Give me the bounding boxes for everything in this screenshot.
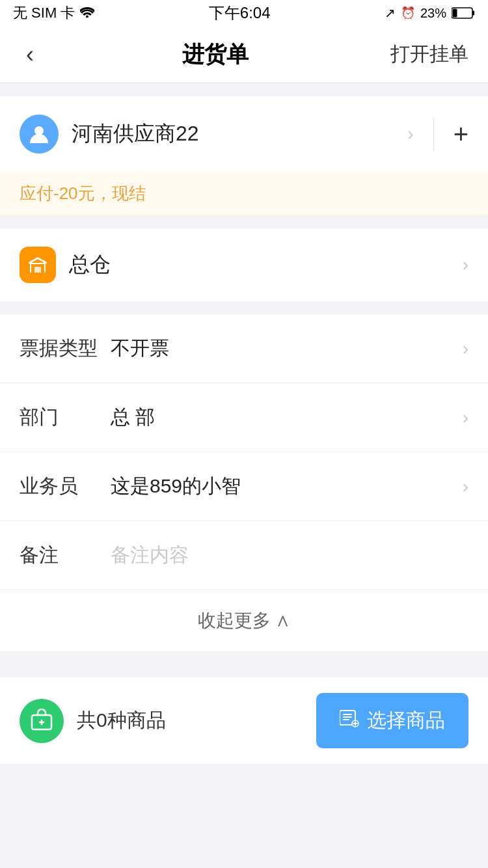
staff-row[interactable]: 业务员 这是859的小智 › bbox=[0, 452, 488, 521]
nav-bar: ‹ 进货单 打开挂单 bbox=[0, 26, 488, 83]
collapse-label: 收起更多 ∧ bbox=[198, 610, 291, 631]
notice-bar: 应付-20元，现结 bbox=[0, 172, 488, 215]
svg-rect-1 bbox=[472, 11, 474, 16]
product-count-text: 共0种商品 bbox=[77, 707, 316, 734]
warehouse-section: 总仓 › bbox=[0, 228, 488, 301]
remark-label: 备注 bbox=[20, 542, 111, 569]
remark-row[interactable]: 备注 备注内容 bbox=[0, 521, 488, 590]
svg-point-3 bbox=[34, 126, 44, 135]
supplier-actions: › + bbox=[407, 118, 468, 150]
supplier-chevron-icon: › bbox=[407, 124, 413, 144]
section-divider-2 bbox=[0, 215, 488, 228]
department-chevron-icon: › bbox=[463, 407, 468, 428]
status-bar: 无 SIM 卡 下午6:04 ↗ ⏰ 23% bbox=[0, 0, 488, 26]
add-supplier-icon[interactable]: + bbox=[454, 120, 468, 149]
supplier-section: 河南供应商22 › + 应付-20元，现结 bbox=[0, 96, 488, 215]
no-sim-text: 无 SIM 卡 bbox=[13, 3, 75, 23]
remark-input[interactable]: 备注内容 bbox=[111, 542, 468, 569]
staff-label: 业务员 bbox=[20, 473, 111, 500]
vertical-divider bbox=[433, 118, 434, 150]
ticket-type-chevron-icon: › bbox=[463, 338, 468, 359]
department-value: 总 部 bbox=[111, 404, 456, 431]
supplier-row[interactable]: 河南供应商22 › + bbox=[0, 96, 488, 172]
warehouse-row[interactable]: 总仓 › bbox=[0, 228, 488, 301]
wifi-icon bbox=[80, 5, 94, 21]
battery-percent: 23% bbox=[420, 6, 446, 21]
ticket-type-label: 票据类型 bbox=[20, 335, 111, 362]
location-icon: ↗ bbox=[385, 5, 396, 21]
ticket-type-row[interactable]: 票据类型 不开票 › bbox=[0, 314, 488, 383]
back-button[interactable]: ‹ bbox=[20, 34, 40, 75]
section-divider-4 bbox=[0, 651, 488, 664]
main-background bbox=[0, 764, 488, 868]
warehouse-name: 总仓 bbox=[69, 251, 463, 279]
select-product-icon bbox=[340, 709, 359, 732]
staff-value: 这是859的小智 bbox=[111, 473, 456, 500]
status-right: ↗ ⏰ 23% bbox=[385, 5, 475, 21]
staff-chevron-icon: › bbox=[463, 476, 468, 497]
section-divider-3 bbox=[0, 301, 488, 314]
open-pending-button[interactable]: 打开挂单 bbox=[390, 41, 468, 68]
battery-icon bbox=[452, 7, 475, 19]
department-label: 部门 bbox=[20, 404, 111, 431]
status-left: 无 SIM 卡 bbox=[13, 3, 94, 23]
fields-section: 票据类型 不开票 › 部门 总 部 › 业务员 这是859的小智 › 备注 备注… bbox=[0, 314, 488, 651]
svg-rect-4 bbox=[34, 267, 41, 273]
bottom-product-section: 共0种商品 选择商品 bbox=[0, 677, 488, 764]
warehouse-icon bbox=[20, 247, 56, 283]
alarm-icon: ⏰ bbox=[401, 6, 415, 20]
ticket-type-value: 不开票 bbox=[111, 335, 456, 362]
notice-text: 应付-20元，现结 bbox=[20, 183, 146, 203]
department-row[interactable]: 部门 总 部 › bbox=[0, 383, 488, 452]
supplier-avatar bbox=[20, 115, 59, 154]
status-time: 下午6:04 bbox=[209, 3, 271, 23]
page-title: 进货单 bbox=[182, 40, 249, 70]
select-product-label: 选择商品 bbox=[367, 707, 445, 734]
product-icon bbox=[20, 699, 64, 743]
svg-rect-2 bbox=[453, 9, 457, 18]
section-divider-1 bbox=[0, 83, 488, 96]
supplier-name: 河南供应商22 bbox=[72, 120, 407, 148]
warehouse-chevron-icon: › bbox=[463, 254, 468, 275]
select-product-button[interactable]: 选择商品 bbox=[316, 693, 468, 748]
collapse-button[interactable]: 收起更多 ∧ bbox=[0, 590, 488, 651]
